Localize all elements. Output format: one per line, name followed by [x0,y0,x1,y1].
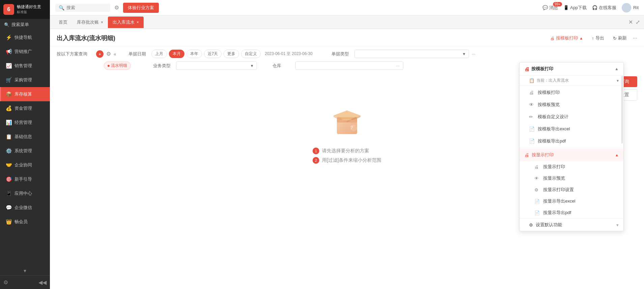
biz-type-label: 业务类型 [153,63,173,69]
header-gear-icon[interactable]: ⚙ [114,4,119,11]
sidebar-item-system[interactable]: ⚙️ 系统管理 [0,144,50,158]
date-tag-custom[interactable]: 自定义 [241,50,261,58]
sidebar-item-app-center[interactable]: 📱 应用中心 [0,186,50,201]
close-inout-flow-icon[interactable]: × [137,20,139,25]
date-label: 单据日期 [128,51,149,57]
template-print-btn[interactable]: 🖨 按模板打印 [520,86,623,99]
close-page-icon[interactable]: ✕ [628,19,633,25]
date-tag-7days[interactable]: 近7天 [204,50,222,58]
sidebar-item-label: 企业协同 [14,162,32,168]
template-export-excel-btn[interactable]: 📄 按模板导出excel [520,123,623,135]
filter-settings-icon[interactable]: ⚙ [106,51,111,57]
template-custom-label: 模板自定义设计 [538,114,568,120]
set-default-btn[interactable]: ⚙ 设置默认功能 ▾ [520,218,623,231]
message-icon: 💬 [543,5,548,10]
tab-inout-flow[interactable]: 出入库流水 × [108,17,144,28]
refresh-btn[interactable]: ↻ 刷新 [610,34,630,43]
sidebar-scroll-down[interactable]: ▼ [0,266,50,275]
filter-tag-selected: 流水明细 [104,61,131,70]
sidebar-item-operations[interactable]: 📊 经营管理 [0,115,50,130]
filter-tag-label: 流水明细 [111,63,127,69]
display-print-group-header[interactable]: 🖨 按显示打印 ▲ [520,149,623,161]
warehouse-label: 仓库 [272,63,293,69]
wechat-icon: 💬 [6,205,12,211]
sidebar-item-member[interactable]: 👑 畅会员 [0,215,50,229]
template-export-pdf-btn[interactable]: 📄 按模板导出pdf [520,135,623,147]
display-preview-btn[interactable]: 👁 按显示预览 [520,173,623,184]
display-export-excel-label: 按显示导出excel [543,198,575,204]
sidebar-item-purchase[interactable]: 🛒 采购管理 [0,73,50,87]
header-search-input[interactable] [66,5,107,10]
empty-illustration: ? [330,107,364,141]
panel-collapse-arrow[interactable]: ▲ [615,67,619,71]
template-export-pdf-label: 按模板导出pdf [538,138,566,144]
message-badge: 99+ [553,2,562,6]
sidebar-logo: 6 畅捷通好生意 标准版 [0,0,50,19]
template-export-excel-icon: 📄 [529,126,535,132]
sidebar-settings-icon[interactable]: ⚙ [3,279,8,286]
sidebar-search[interactable]: 🔍 搜索菜单 [0,19,50,30]
message-btn[interactable]: 💬 消息 99+ [543,5,558,11]
sidebar-item-quick-nav[interactable]: ⚡ 快捷导航 [0,30,50,45]
tab-batch-ledger-label: 库存批次账 [77,19,99,25]
set-default-icon: ⚙ [529,222,533,228]
template-custom-btn[interactable]: ✏ 模板自定义设计 [520,111,623,123]
export-btn[interactable]: ↑ 导出 [589,34,607,43]
close-batch-ledger-icon[interactable]: × [101,20,103,25]
print-dropdown-panel: 🖨 按模板打印 ▲ 📋 当前：出入库流水 ▾ 🖨 按模板打印 [519,62,624,231]
add-filter-btn[interactable]: + [96,50,104,58]
date-range: 2023-06-01 至 2023-06-30 [265,51,312,57]
sidebar-item-enterprise[interactable]: 🤝 企业协同 [0,158,50,172]
sidebar-item-base[interactable]: 📋 基础信息 [0,130,50,144]
refresh-icon: ↻ [613,36,617,41]
display-print-settings-btn[interactable]: ⚙ 按显示打印设置 [520,184,623,195]
warehouse-select[interactable]: ··· [295,61,403,70]
system-icon: ⚙️ [6,148,12,154]
warehouse-more-icon[interactable]: ··· [396,63,400,68]
user-avatar[interactable]: Rit [622,3,639,12]
header-search-box[interactable]: 🔍 [55,4,110,12]
sidebar-item-finance[interactable]: 💰 资金管理 [0,101,50,115]
type-select[interactable]: ▾ [354,50,469,58]
trial-btn[interactable]: 体验行业方案 [123,3,159,13]
tab-batch-ledger[interactable]: 库存批次账 × [72,17,108,28]
search-icon: 🔍 [4,22,9,27]
display-export-pdf-btn[interactable]: 📄 按显示导出pdf [520,207,623,218]
sidebar-search-label: 搜索菜单 [11,22,29,28]
sidebar-item-sales[interactable]: 📈 销售管理 [0,59,50,73]
current-label: 当前：出入库流水 [536,78,569,83]
type-more-icon[interactable]: ··· [472,51,475,56]
dropdown-scrollbar[interactable] [621,76,623,143]
display-print-btn[interactable]: 🖨 按显示打印 [520,161,623,173]
purchase-icon: 🛒 [6,77,12,83]
date-tag-last-month[interactable]: 上月 [151,50,167,58]
display-export-excel-btn[interactable]: 📄 按显示导出excel [520,195,623,207]
panel-title: 🖨 按模板打印 [524,66,553,72]
date-tag-current-year[interactable]: 本年 [186,50,202,58]
template-export-pdf-icon: 📄 [529,138,535,144]
display-print-icon: 🖨 [534,164,540,169]
online-service-btn[interactable]: 🎧 在线客服 [592,5,616,11]
group-up-arrow: ▲ [615,153,619,157]
filter-collapse-icon[interactable]: « [114,51,116,57]
more-actions-icon[interactable]: ··· [633,35,637,41]
sidebar-nav: ⚡ 快捷导航 📢 营销推广 📈 销售管理 🛒 采购管理 📦 库存核算 [0,30,50,266]
date-tag-current-month[interactable]: 本月 [169,50,184,58]
app-download-btn[interactable]: 📱 App下载 [563,5,587,11]
enterprise-icon: 🤝 [6,162,12,168]
app-download-label: App下载 [570,5,587,11]
template-preview-btn[interactable]: 👁 按模板预览 [520,99,623,111]
maximize-icon[interactable]: ⤢ [636,19,640,25]
display-preview-label: 按显示预览 [543,175,565,181]
date-tag-more[interactable]: 更多 [224,50,239,58]
sidebar-item-wechat[interactable]: 💬 企业微信 [0,201,50,215]
sidebar-item-newbie[interactable]: 🎯 新手引导 [0,172,50,186]
sidebar-item-marketing[interactable]: 📢 营销推广 [0,45,50,59]
sidebar-item-inventory[interactable]: 📦 库存核算 [0,87,50,101]
print-template-btn[interactable]: 🖨 按模板打印 ▲ [548,34,586,43]
biz-type-select[interactable]: ▾ [176,61,257,70]
inventory-icon: 📦 [6,91,12,97]
sidebar-item-label: 经营管理 [14,120,32,126]
tab-home[interactable]: 首页 [54,17,72,28]
sidebar-collapse-icon[interactable]: ◀◀ [38,279,47,286]
